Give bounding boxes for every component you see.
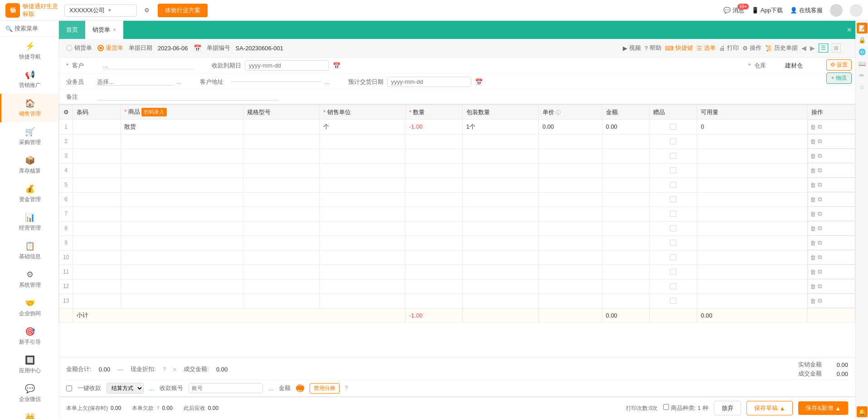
sidebar-item-inventory[interactable]: 📦 库存核算	[0, 151, 58, 179]
gift-checkbox[interactable]	[670, 196, 676, 202]
col-settings-icon[interactable]: ⚙	[63, 109, 69, 116]
date-picker-icon[interactable]: 📅	[194, 44, 201, 52]
gift-checkbox[interactable]	[670, 240, 676, 246]
sales-order-radio[interactable]: 销货单	[66, 44, 92, 52]
gift-checkbox[interactable]	[670, 254, 676, 260]
print-btn[interactable]: 🖨 打印	[719, 44, 739, 52]
delivery-calendar-icon[interactable]: 📅	[475, 78, 483, 86]
cell-product[interactable]: 散货	[121, 120, 243, 135]
bank-account-input[interactable]	[189, 383, 263, 393]
delete-row-icon[interactable]: 🗑	[810, 153, 816, 159]
shortcut-btn[interactable]: ⌨ 快捷键	[665, 44, 693, 52]
salesperson-input[interactable]	[97, 78, 173, 86]
goods-checkbox[interactable]	[663, 404, 669, 410]
list-view-btn[interactable]: ☰	[819, 43, 828, 53]
delete-row-icon[interactable]: 🗑	[810, 225, 816, 232]
gift-checkbox[interactable]	[670, 225, 676, 231]
customer-input[interactable]: ...	[103, 62, 194, 69]
save-draft-button[interactable]: 保存草稿 ▲	[747, 401, 793, 415]
cell-pkg-qty[interactable]: 1个	[462, 120, 538, 135]
save-new-dropdown-icon[interactable]: ▲	[835, 405, 841, 412]
sidebar-item-finance[interactable]: 💰 资金管理	[0, 179, 58, 208]
avatar[interactable]	[830, 4, 843, 17]
copy-row-icon[interactable]: ⧉	[818, 254, 822, 261]
delete-row-icon[interactable]: 🗑	[810, 167, 816, 174]
expense-help-icon[interactable]: ?	[345, 385, 348, 391]
sidebar-item-enterprise[interactable]: 🤝 企业协同	[0, 294, 58, 322]
delete-row-icon[interactable]: 🗑	[810, 182, 816, 188]
delete-row-icon[interactable]: 🗑	[810, 124, 816, 130]
one-click-payment-checkbox[interactable]	[66, 385, 72, 391]
remarks-input[interactable]	[97, 93, 278, 101]
sidebar-item-sales[interactable]: 🏠 销售管理	[0, 94, 58, 122]
copy-row-icon[interactable]: ⧉	[818, 123, 822, 130]
sidebar-item-basic-info[interactable]: 📋 基础信息	[0, 236, 58, 265]
right-panel-note-icon[interactable]: 📝	[857, 23, 868, 34]
tab-sales-order[interactable]: 销货单 ×	[85, 21, 123, 39]
payment-calendar-icon[interactable]: 📅	[333, 62, 340, 69]
sidebar-search[interactable]: 🔍 搜索菜单	[0, 21, 58, 37]
add-payment-button[interactable]: 添加	[296, 384, 304, 392]
sidebar-item-member[interactable]: 👑 畅会员	[0, 408, 58, 419]
delete-row-icon[interactable]: 🗑	[810, 254, 816, 261]
settlement-method-select[interactable]: 结算方式	[107, 383, 144, 394]
cell-unit-price[interactable]: 0.00	[538, 120, 602, 135]
salesperson-dots[interactable]: ...	[177, 78, 182, 85]
gift-checkbox[interactable]	[670, 124, 676, 130]
sidebar-item-new-guide[interactable]: 🎯 新手引导	[0, 322, 58, 351]
delivery-date-input[interactable]	[387, 77, 471, 87]
gift-checkbox[interactable]	[670, 167, 676, 173]
copy-row-icon[interactable]: ⧉	[818, 196, 822, 203]
customer-address-input[interactable]	[231, 82, 321, 82]
prev-arrow[interactable]: ◀	[801, 44, 806, 52]
grid-view-btn[interactable]: ⊞	[832, 43, 841, 53]
operation-btn[interactable]: ⚙ 操作	[742, 44, 761, 52]
cell-qty[interactable]: -1.00	[405, 120, 462, 135]
delete-row-icon[interactable]: 🗑	[810, 138, 816, 145]
next-arrow[interactable]: ▶	[810, 44, 815, 52]
online-service-button[interactable]: 👤 在线客服	[790, 6, 823, 14]
company-selector[interactable]: XXXXXX公司 ▼	[64, 4, 137, 17]
help-btn[interactable]: ? 帮助	[645, 44, 661, 52]
copy-row-icon[interactable]: ⧉	[818, 225, 822, 232]
abandon-button[interactable]: 放弃	[714, 401, 741, 415]
delete-row-icon[interactable]: 🗑	[810, 196, 816, 203]
owed-info-icon[interactable]: ?	[156, 405, 159, 411]
cell-spec[interactable]	[243, 120, 319, 135]
cell-barcode[interactable]	[73, 120, 121, 135]
copy-row-icon[interactable]: ⧉	[818, 138, 822, 145]
right-panel-star-icon[interactable]: ☆	[857, 82, 868, 92]
copy-row-icon[interactable]: ⧉	[818, 268, 822, 275]
gift-checkbox[interactable]	[670, 211, 676, 217]
discount-info-icon[interactable]: ?	[163, 366, 166, 372]
app-download-button[interactable]: 📱 App下载	[752, 6, 783, 14]
delete-row-icon[interactable]: 🗑	[810, 240, 816, 246]
sidebar-item-purchase[interactable]: 🛒 采购管理	[0, 122, 58, 151]
delete-row-icon[interactable]: 🗑	[810, 298, 816, 304]
copy-row-icon[interactable]: ⧉	[818, 297, 822, 304]
tab-home[interactable]: 首页	[59, 21, 85, 39]
tab-close-icon[interactable]: ×	[113, 27, 116, 33]
right-panel-edit-icon[interactable]: ✏	[857, 70, 868, 81]
scan-button[interactable]: 扫码录入	[141, 108, 167, 116]
sidebar-item-enterprise-wechat[interactable]: 💬 企业微信	[0, 379, 58, 408]
expense-split-button[interactable]: 费用分摊	[310, 383, 339, 394]
logistics-button[interactable]: + 物流	[826, 72, 852, 84]
gift-checkbox[interactable]	[670, 153, 676, 159]
close-window-icon[interactable]: ×	[847, 25, 852, 35]
cell-gift[interactable]	[650, 120, 697, 135]
sidebar-item-operations[interactable]: 📊 经营管理	[0, 208, 58, 236]
save-new-button[interactable]: 保存&新增 ▲	[798, 401, 848, 415]
sidebar-item-quick-nav[interactable]: ⚡ 快捷导航	[0, 37, 58, 65]
gift-checkbox[interactable]	[670, 283, 676, 289]
delete-row-icon[interactable]: 🗑	[810, 269, 816, 275]
select-order-btn[interactable]: ☰ 选单	[697, 44, 716, 52]
unit-price-info-icon[interactable]: ⓘ	[556, 110, 561, 115]
history-btn[interactable]: 📜 历史单据	[765, 44, 798, 52]
address-dots[interactable]: ...	[325, 78, 330, 85]
delete-row-icon[interactable]: 🗑	[810, 211, 816, 217]
gift-checkbox[interactable]	[670, 269, 676, 275]
settings-button[interactable]: ⚙ 设置	[826, 59, 852, 71]
return-order-radio[interactable]: 退货单	[97, 44, 123, 52]
sidebar-item-marketing[interactable]: 📢 营销推广	[0, 65, 58, 94]
